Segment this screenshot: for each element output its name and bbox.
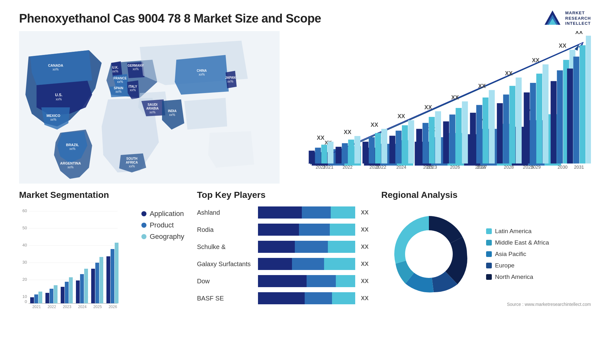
svg-text:20: 20 — [23, 277, 27, 282]
player-xx-basf: XX — [361, 295, 369, 302]
svg-text:xx%: xx% — [133, 67, 139, 71]
player-name-dow: Dow — [197, 278, 254, 285]
svg-rect-155 — [76, 280, 80, 303]
svg-text:2026: 2026 — [450, 165, 460, 170]
svg-text:2021: 2021 — [316, 165, 326, 170]
world-map-svg: CANADA xx% U.S. xx% MEXICO xx% BRAZIL xx… — [19, 31, 280, 184]
player-xx-rodia: XX — [361, 226, 369, 233]
svg-text:xx%: xx% — [112, 70, 119, 73]
svg-rect-96 — [443, 121, 449, 164]
legend-item-application: Application — [141, 210, 184, 218]
svg-rect-97 — [449, 115, 455, 164]
legend-label-north-america: North America — [495, 273, 533, 280]
svg-text:2026: 2026 — [109, 305, 117, 308]
source-text: Source : www.marketresearchintellect.com — [381, 302, 591, 310]
svg-rect-86 — [402, 125, 408, 163]
logo: MARKET RESEARCH INTELLECT — [543, 9, 591, 28]
svg-rect-115 — [530, 83, 536, 164]
player-name-ashland: Ashland — [197, 209, 254, 216]
svg-rect-116 — [536, 74, 542, 164]
svg-text:2024: 2024 — [396, 165, 406, 170]
svg-rect-128 — [580, 45, 586, 163]
player-bar-seg3 — [331, 206, 355, 219]
legend-dot-product — [141, 223, 146, 228]
svg-rect-127 — [573, 57, 580, 164]
svg-text:XX: XX — [575, 31, 583, 35]
player-bar-seg1 — [258, 224, 299, 236]
bar-chart-area: XX 2021 XX 2022 XX 2023 XX 2024 — [292, 31, 591, 184]
svg-text:XX: XX — [397, 113, 405, 119]
svg-text:xx%: xx% — [227, 80, 234, 83]
player-bar-schulke — [258, 241, 355, 253]
svg-text:2022: 2022 — [342, 165, 353, 170]
svg-rect-81 — [381, 129, 387, 164]
svg-rect-98 — [456, 108, 462, 164]
svg-text:ARABIA: ARABIA — [146, 107, 159, 110]
svg-text:40: 40 — [23, 243, 27, 247]
svg-rect-153 — [65, 282, 69, 303]
player-bar-seg2 — [292, 258, 324, 270]
svg-text:10: 10 — [23, 294, 27, 299]
svg-rect-66 — [309, 151, 315, 163]
svg-rect-120 — [551, 81, 557, 163]
svg-rect-110 — [509, 86, 515, 163]
player-name-rodia: Rodia — [197, 226, 254, 233]
player-row-schulke: Schulke & XX — [197, 241, 369, 253]
svg-rect-159 — [95, 263, 99, 303]
world-map-area: CANADA xx% U.S. xx% MEXICO xx% BRAZIL xx… — [19, 31, 280, 184]
svg-text:xx%: xx% — [51, 118, 57, 121]
legend-dot-application — [141, 211, 146, 216]
svg-rect-72 — [336, 147, 342, 164]
svg-rect-162 — [111, 249, 114, 303]
svg-text:XX: XX — [371, 122, 378, 128]
player-row-dow: Dow XX — [197, 275, 369, 287]
svg-rect-87 — [408, 120, 414, 163]
segmentation-chart: 60 50 40 30 20 10 0 — [19, 206, 122, 314]
player-xx-ashland: XX — [361, 209, 369, 216]
legend-latin-america: Latin America — [486, 228, 549, 235]
svg-rect-73 — [342, 143, 348, 164]
players-table: Ashland XX Rodia — [197, 206, 369, 304]
legend-item-geography: Geography — [141, 233, 184, 241]
svg-text:XX: XX — [317, 135, 324, 141]
svg-text:xx%: xx% — [169, 113, 175, 117]
svg-rect-157 — [84, 269, 88, 303]
svg-text:MEXICO: MEXICO — [46, 114, 60, 118]
player-bar-ashland — [258, 206, 355, 219]
legend-label-geography: Geography — [150, 233, 184, 241]
svg-rect-85 — [396, 131, 402, 163]
legend-dot-geography — [141, 234, 146, 239]
svg-rect-102 — [470, 113, 476, 164]
svg-rect-69 — [328, 142, 334, 164]
player-bar-basf — [258, 292, 355, 304]
svg-rect-75 — [355, 136, 361, 163]
player-name-basf: BASF SE — [197, 295, 254, 302]
svg-rect-114 — [524, 92, 530, 164]
bar-chart-proper: .bar-label { font-size: 16px; font-weigh… — [292, 31, 591, 184]
svg-text:2024: 2024 — [78, 305, 87, 308]
player-bar-seg2 — [307, 275, 336, 287]
svg-text:XX: XX — [451, 94, 459, 101]
player-bar-seg3 — [330, 224, 355, 236]
svg-rect-92 — [429, 117, 435, 164]
svg-rect-161 — [106, 256, 110, 303]
svg-rect-74 — [348, 140, 354, 164]
regional-chart: Latin America Middle East & Africa Asia … — [381, 206, 591, 302]
player-bar-seg1 — [258, 275, 307, 287]
svg-rect-68 — [321, 145, 327, 164]
legend-asia-pacific: Asia Pacific — [486, 251, 549, 258]
svg-rect-126 — [567, 69, 573, 164]
legend-item-product: Product — [141, 221, 184, 229]
player-bar-rodia — [258, 224, 355, 236]
logo-text: MARKET RESEARCH INTELLECT — [565, 10, 591, 27]
legend-label-product: Product — [150, 221, 174, 229]
svg-rect-156 — [80, 274, 84, 303]
svg-rect-90 — [416, 129, 422, 164]
world-map-container: CANADA xx% U.S. xx% MEXICO xx% BRAZIL xx… — [19, 31, 280, 184]
svg-text:SAUDI: SAUDI — [147, 103, 157, 106]
svg-rect-111 — [516, 78, 522, 164]
svg-rect-163 — [115, 243, 119, 303]
svg-rect-154 — [69, 277, 73, 303]
player-row-galaxy: Galaxy Surfactants XX — [197, 258, 369, 270]
page-header: Phenoxyethanol Cas 9004 78 8 Market Size… — [0, 0, 610, 31]
